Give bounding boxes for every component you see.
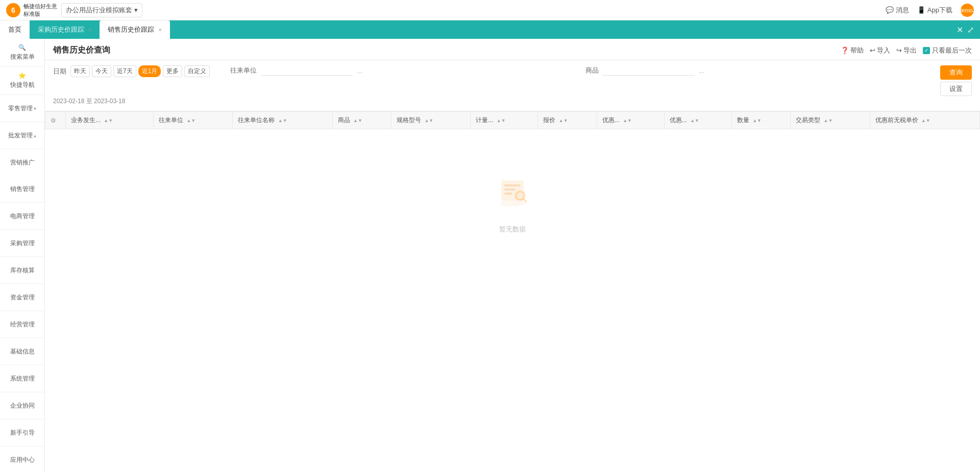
import-icon: ↩ <box>870 46 875 54</box>
tab-bar: 首页 采购历史价跟踪 × 销售历史价跟踪 × ✕ ⤢ <box>0 20 980 39</box>
sidebar-section-newbie: 新手引导 <box>0 419 44 446</box>
goods-input[interactable] <box>603 65 695 76</box>
top-bar-left: 6 畅捷信好生意 标准版 办公用品行业模拟账套 ▾ <box>6 3 142 17</box>
last7days-btn[interactable]: 近7天 <box>113 65 136 77</box>
sidebar-item-capital[interactable]: 资金管理 <box>0 284 44 311</box>
sort-arrows-unitcode: ▲▼ <box>186 118 195 123</box>
sidebar-item-wholesale[interactable]: 批发管理 ▴ <box>0 122 44 149</box>
main-layout: 🔍 搜索菜单 ⭐ 快捷导航 零售管理 ▾ 批发管理 ▴ 营销推广 <box>0 39 980 472</box>
sidebar-item-retail[interactable]: 零售管理 ▾ <box>0 95 44 122</box>
goods-label: 商品 <box>585 66 599 75</box>
tab-purchase-history[interactable]: 采购历史价跟踪 × <box>30 20 100 39</box>
top-bar-right: 💬 消息 📱 App下载 demo2 <box>886 4 974 17</box>
sidebar-item-ecommerce[interactable]: 电商管理 <box>0 203 44 229</box>
table-header-row: ⚙ 业务发生... ▲▼ 往来单位 ▲▼ 往来单位名称 ▲▼ <box>45 112 980 129</box>
coming-unit-label: 往来单位 <box>230 66 257 75</box>
sidebar-item-enterprise[interactable]: 企业协同 <box>0 392 44 419</box>
col-goods[interactable]: 商品 ▲▼ <box>332 112 391 129</box>
content-area: 销售历史价查询 ❓ 帮助 ↩ 导入 ↪ 导出 ✓ 只看最后一次 <box>45 39 980 472</box>
empty-state-row: 暂无数据 <box>45 129 980 275</box>
sidebar-section-appcenter: 应用中心 <box>0 446 44 472</box>
sidebar-item-basicinfo[interactable]: 基础信息 <box>0 338 44 365</box>
coming-unit-input[interactable] <box>261 65 353 76</box>
goods-section: 商品 ... <box>585 65 920 76</box>
col-unit-name[interactable]: 往来单位名称 ▲▼ <box>233 112 332 129</box>
app-selector[interactable]: 办公用品行业模拟账套 ▾ <box>61 3 142 17</box>
setting-btn[interactable]: 设置 <box>940 82 972 96</box>
custom-btn[interactable]: 自定义 <box>184 65 210 77</box>
col-discount1[interactable]: 优惠... ▲▼ <box>597 112 664 129</box>
tab-close-action[interactable]: ✕ <box>957 25 963 35</box>
sidebar-item-quicknav[interactable]: ⭐ 快捷导航 <box>0 67 44 95</box>
date-label: 日期 <box>53 67 66 76</box>
chevron-down-icon: ▾ <box>134 6 138 14</box>
col-discount2[interactable]: 优惠... ▲▼ <box>664 112 731 129</box>
table-body: 暂无数据 <box>45 129 980 275</box>
gear-icon[interactable]: ⚙ <box>51 117 56 124</box>
sidebar-item-newbie[interactable]: 新手引导 <box>0 419 44 446</box>
col-unit[interactable]: 计量... ▲▼ <box>471 112 538 129</box>
sidebar-section-retail: 零售管理 ▾ <box>0 95 44 122</box>
sidebar-section-system: 系统管理 <box>0 365 44 392</box>
col-unit-code[interactable]: 往来单位 ▲▼ <box>154 112 233 129</box>
tab-sales-history[interactable]: 销售历史价跟踪 × <box>100 20 169 39</box>
sidebar-section-operation: 经营管理 <box>0 311 44 338</box>
message-btn[interactable]: 💬 消息 <box>886 6 909 15</box>
sort-arrows-unitname: ▲▼ <box>278 118 287 123</box>
sidebar-item-sales[interactable]: 销售管理 <box>0 176 44 202</box>
user-profile[interactable]: demo2 <box>961 4 974 17</box>
empty-state: 暂无数据 <box>45 129 980 275</box>
sidebar-section-inventory: 库存核算 <box>0 257 44 284</box>
app-download-btn[interactable]: 📱 App下载 <box>917 6 952 15</box>
sidebar-item-appcenter[interactable]: 应用中心 <box>0 446 44 472</box>
sidebar-item-inventory[interactable]: 库存核算 <box>0 257 44 284</box>
sort-arrows-notaxprice: ▲▼ <box>921 118 930 123</box>
coming-unit-dots[interactable]: ... <box>357 67 362 75</box>
col-trade-type[interactable]: 交易类型 ▲▼ <box>791 112 870 129</box>
col-biz-date[interactable]: 业务发生... ▲▼ <box>66 112 154 129</box>
col-settings: ⚙ <box>45 112 66 129</box>
import-btn[interactable]: ↩ 导入 <box>870 46 890 55</box>
sidebar-item-operation[interactable]: 经营管理 <box>0 311 44 338</box>
yesterday-btn[interactable]: 昨天 <box>70 65 90 77</box>
search-icon: 🔍 <box>18 44 26 51</box>
tab-home[interactable]: 首页 <box>0 20 30 39</box>
more-btn[interactable]: 更多 <box>163 65 182 77</box>
help-icon: ❓ <box>841 46 849 54</box>
date-filter-group: 日期 昨天 今天 近7天 近1月 更多 自定义 <box>53 65 210 77</box>
sort-arrows-quote: ▲▼ <box>559 118 568 123</box>
svg-rect-3 <box>504 188 516 191</box>
phone-icon: 📱 <box>917 6 925 14</box>
sort-arrows-unit: ▲▼ <box>497 118 506 123</box>
tab-close-purchase[interactable]: × <box>88 27 91 33</box>
col-spec[interactable]: 规格型号 ▲▼ <box>391 112 471 129</box>
sidebar-section-ecommerce: 电商管理 <box>0 203 44 230</box>
sidebar-item-marketing[interactable]: 营销推广 <box>0 149 44 176</box>
svg-rect-4 <box>504 193 512 195</box>
col-no-tax-price[interactable]: 优惠前无税单价 ▲▼ <box>870 112 979 129</box>
col-quantity[interactable]: 数量 ▲▼ <box>731 112 790 129</box>
goods-dots[interactable]: ... <box>699 67 704 75</box>
sort-arrows-discount1: ▲▼ <box>623 118 632 123</box>
query-btn-area: 查询 设置 <box>940 65 972 96</box>
query-btn[interactable]: 查询 <box>940 65 972 80</box>
only-last-checkbox-label[interactable]: ✓ 只看最后一次 <box>923 46 972 55</box>
sidebar-section-purchase: 采购管理 <box>0 230 44 257</box>
col-quote[interactable]: 报价 ▲▼ <box>538 112 597 129</box>
help-btn[interactable]: ❓ 帮助 <box>841 46 864 55</box>
filter-section: 日期 昨天 今天 近7天 近1月 更多 自定义 往来单位 ... <box>45 60 980 111</box>
last1month-btn[interactable]: 近1月 <box>138 65 161 77</box>
sidebar-section-wholesale: 批发管理 ▴ <box>0 122 44 149</box>
tab-maximize-action[interactable]: ⤢ <box>967 25 974 35</box>
today-btn[interactable]: 今天 <box>92 65 111 77</box>
export-btn[interactable]: ↪ 导出 <box>896 46 917 55</box>
tab-close-sales[interactable]: × <box>158 27 161 33</box>
table-header: ⚙ 业务发生... ▲▼ 往来单位 ▲▼ 往来单位名称 ▲▼ <box>45 112 980 129</box>
sidebar-section-quicknav: ⭐ 快捷导航 <box>0 67 44 95</box>
sidebar-item-search[interactable]: 🔍 搜索菜单 <box>0 39 44 66</box>
sidebar-item-system[interactable]: 系统管理 <box>0 365 44 392</box>
sidebar-item-purchase[interactable]: 采购管理 <box>0 230 44 256</box>
only-last-checkbox[interactable]: ✓ <box>923 47 930 54</box>
chevron-up-icon: ▴ <box>34 133 36 138</box>
page-title: 销售历史价查询 <box>53 45 110 56</box>
